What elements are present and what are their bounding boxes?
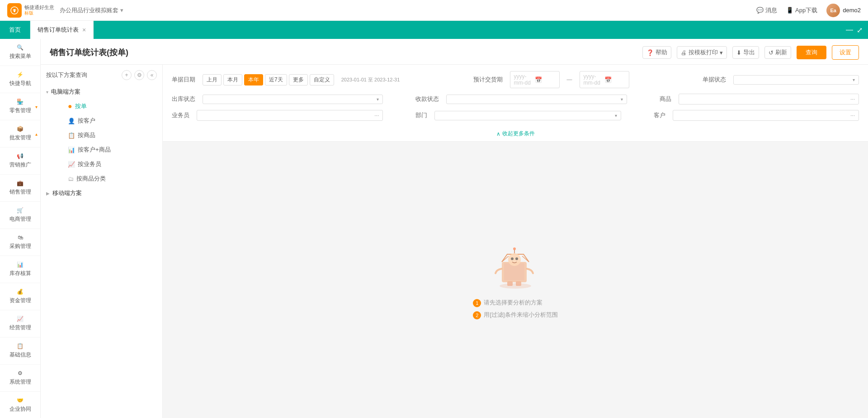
period-more[interactable]: 更多 [289,74,308,86]
svg-point-7 [515,257,518,260]
sidebar-item-marketing[interactable]: 📢 营销推广 [0,147,40,175]
setting-btn[interactable]: 设置 [832,45,859,60]
tree-settings-btn[interactable]: ⚙ [134,70,144,80]
tree-group-mobile[interactable]: ▶ 移动端方案 [41,186,162,200]
date-dash: — [567,76,572,83]
period-7days[interactable]: 近7天 [265,74,287,86]
svg-point-9 [513,247,516,250]
tab-maximize-btn[interactable]: ⤢ [857,26,863,34]
marketing-icon: 📢 [17,153,24,159]
status-select[interactable]: ▾ [733,75,859,85]
sidebar-item-inventory[interactable]: 📊 库存核算 [0,256,40,283]
collab-icon: 🤝 [17,397,24,404]
customer-chart-icon: 👤 [68,118,75,124]
empty-illustration [488,237,542,291]
sidebar-item-basic-info[interactable]: 📋 基础信息 [0,337,40,365]
tree-item-by-customer[interactable]: 👤 按客户 [57,114,162,128]
dept-select[interactable]: ▾ [434,111,621,120]
print-icon: 🖨 [681,49,687,56]
client-input[interactable]: ··· [673,110,859,121]
delivery-status-arrow: ▾ [377,97,379,102]
svg-point-1 [14,10,15,12]
content-area: 销售订单统计表(按单) ❓ 帮助 🖨 按模板打印 ▾ ⬇ 导出 ↺ 刷新 [41,39,868,418]
staff-label: 业务员 [172,111,189,119]
tree-item-by-goods[interactable]: 📋 按商品 [57,128,162,142]
goods-dots[interactable]: ··· [850,96,855,102]
query-btn[interactable]: 查询 [797,46,826,59]
single-date-label: 单据日期 [172,76,195,84]
collapse-row[interactable]: ∧ 收起更多条件 [172,126,859,141]
sidebar-item-retail[interactable]: 🏪 零售管理 ▾ [0,93,40,120]
delivery-start-date[interactable]: yyyy-mm-dd 📅 [510,71,560,88]
sidebar-item-quick-nav[interactable]: ⚡ 快捷导航 [0,66,40,93]
page-header: 销售订单统计表(按单) ❓ 帮助 🖨 按模板打印 ▾ ⬇ 导出 ↺ 刷新 [41,39,868,65]
period-custom[interactable]: 自定义 [310,74,334,86]
message-nav[interactable]: 💬 消息 [756,6,777,14]
sidebar-item-finance[interactable]: 💰 资金管理 [0,283,40,310]
tree-item-by-category[interactable]: 🗂 按商品分类 [57,171,162,186]
breadcrumb-area: 办公用品行业模拟账套 ▾ [60,6,123,14]
receipt-status-arrow: ▾ [621,97,623,102]
tree-item-by-staff[interactable]: 📈 按业务员 [57,157,162,171]
help-btn[interactable]: ❓ 帮助 [642,46,671,59]
tab-bar-right: — ⤢ [846,26,868,34]
logo-text: 畅捷通好生意 标版 [24,5,54,16]
sidebar-item-ecommerce[interactable]: 🛒 电商管理 [0,202,40,229]
help-icon: ❓ [646,49,654,56]
tree-group-desktop[interactable]: ▾ 电脑端方案 [41,85,162,99]
refresh-btn[interactable]: ↺ 刷新 [764,46,791,59]
status-dropdown-arrow: ▾ [853,77,855,82]
export-btn[interactable]: ⬇ 导出 [732,46,759,59]
wholesale-icon: 📦 [17,126,24,132]
breadcrumb-dropdown-icon[interactable]: ▾ [120,7,123,14]
tab-home[interactable]: 首页 [0,21,30,39]
tree-collapse-btn[interactable]: « [147,70,157,80]
tree-item-by-customer-goods[interactable]: 📊 按客户+商品 [57,142,162,157]
staff-dots[interactable]: ··· [374,112,379,119]
sidebar-item-operations[interactable]: 📈 经营管理 [0,310,40,337]
search-icon: 🔍 [17,44,24,51]
svg-point-6 [511,257,514,260]
tree-desktop-items: ● 按单 👤 按客户 📋 按商品 📊 按客户+商品 [41,99,162,186]
sidebar-item-purchase[interactable]: 🛍 采购管理 [0,229,40,256]
client-dots[interactable]: ··· [850,112,855,119]
delivery-end-date[interactable]: yyyy-mm-dd 📅 [580,71,629,88]
nav-icon: ⚡ [17,71,24,78]
page-actions: ❓ 帮助 🖨 按模板打印 ▾ ⬇ 导出 ↺ 刷新 查询 设置 [642,45,859,60]
goods-table-icon: 📋 [68,132,75,139]
print-btn[interactable]: 🖨 按模板打印 ▾ [677,46,727,59]
goods-input[interactable]: ··· [679,94,859,104]
cal-icon-end: 📅 [604,76,625,83]
receipt-status-select[interactable]: ▾ [446,95,627,104]
delivery-status-select[interactable]: ▾ [203,95,383,104]
staff-input[interactable]: ··· [197,110,383,121]
tree-item-by-order[interactable]: ● 按单 [57,99,162,114]
period-this-month[interactable]: 本月 [223,74,242,86]
sidebar-item-search[interactable]: 🔍 搜索菜单 [0,39,40,66]
app-download-nav[interactable]: 📱 App下载 [786,6,817,14]
top-bar-left: 畅捷通好生意 标版 办公用品行业模拟账套 ▾ [7,3,123,18]
svg-point-2 [500,283,531,289]
tab-sales-stats[interactable]: 销售订单统计表 × [30,21,94,39]
tree-add-btn[interactable]: + [122,70,132,80]
period-btns: 上月 本月 本年 近7天 更多 自定义 [203,74,334,86]
collapse-up-icon: ∧ [496,131,500,137]
ecommerce-icon: 🛒 [17,207,24,214]
filter-and-tree: 按以下方案查询 + ⚙ « ▾ 电脑端方案 ● 按单 [41,65,868,418]
goods-label: 商品 [660,95,671,103]
tab-minimize-btn[interactable]: — [846,26,853,34]
wholesale-arrow: ▴ [35,131,38,136]
print-dropdown-icon: ▾ [720,49,723,56]
svg-point-5 [508,253,521,266]
period-last-month[interactable]: 上月 [203,74,222,86]
export-icon: ⬇ [736,49,741,56]
sidebar-item-sales[interactable]: 💼 销售管理 [0,175,40,202]
sidebar-item-wholesale[interactable]: 📦 批发管理 ▴ [0,120,40,147]
tab-close-btn[interactable]: × [82,26,86,33]
refresh-icon: ↺ [769,49,774,56]
user-avatar-area[interactable]: Ea demo2 [826,4,861,17]
sidebar-item-system[interactable]: ⚙ 系统管理 [0,365,40,392]
period-this-year[interactable]: 本年 [244,74,263,86]
cal-icon-start: 📅 [535,76,556,83]
sidebar-item-enterprise-collab[interactable]: 🤝 企业协同 [0,392,40,418]
